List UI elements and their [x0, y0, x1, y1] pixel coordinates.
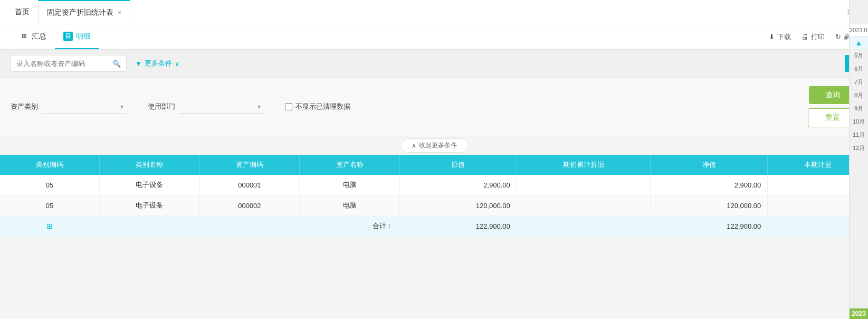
cell-category-code-2: 05 [0, 195, 99, 216]
download-label: 下载 [777, 32, 791, 42]
no-cleared-checkbox-item: 不显示已清理数据 [285, 102, 350, 111]
nav-home[interactable]: 首页 [6, 0, 38, 24]
col-asset-code: 资产编码 [199, 155, 300, 175]
total-accumulated [517, 216, 651, 237]
main-area: 🔍 ▼ 更多条件 ∨ › 资产类别 [0, 50, 868, 319]
department-filter: 使用部门 [148, 99, 264, 114]
cell-original-value-1: 2,900.00 [399, 175, 517, 195]
sub-tabs-bar: ⊞ 汇总 目 明细 ⬇ 下载 🖨 打印 ↻ 刷新 [0, 24, 868, 50]
department-select-wrap[interactable] [179, 99, 264, 114]
sidebar-month-5[interactable]: 5月 [850, 50, 868, 62]
total-icon-cell: ⊞ [0, 216, 99, 237]
download-icon: ⬇ [769, 33, 775, 41]
tab-detail[interactable]: 目 明细 [55, 24, 99, 49]
col-asset-name: 资产名称 [300, 155, 400, 175]
sidebar-month-8[interactable]: 8月 [850, 89, 868, 102]
data-table: 类别编码 类别名称 资产编码 资产名称 原值 期初累计折旧 净值 本期计提 05 [0, 155, 868, 237]
department-select[interactable] [179, 99, 264, 114]
col-accumulated-depreciation: 期初累计折旧 [517, 155, 651, 175]
detail-label: 明细 [76, 32, 91, 41]
tab-close-icon[interactable]: × [118, 9, 121, 16]
cell-asset-code-1: 000001 [199, 175, 300, 195]
print-icon: 🖨 [802, 33, 808, 41]
department-label: 使用部门 [148, 102, 175, 111]
total-net-value: 122,900.00 [651, 216, 768, 237]
cell-asset-name-1: 电脑 [300, 175, 400, 195]
chevron-up-icon: ∧ [412, 142, 416, 149]
tab-title: 固定资产折旧统计表 [47, 8, 113, 17]
detail-icon: 目 [63, 32, 73, 41]
asset-category-select[interactable] [42, 99, 127, 114]
sidebar-month-6[interactable]: 6月 [850, 62, 868, 76]
sidebar-month-11[interactable]: 11月 [850, 128, 868, 142]
table-wrap: 类别编码 类别名称 资产编码 资产名称 原值 期初累计折旧 净值 本期计提 05 [0, 155, 868, 319]
cell-category-name-1: 电子设备 [99, 175, 199, 195]
tab-summary[interactable]: ⊞ 汇总 [11, 24, 55, 49]
cell-net-value-2: 120,000.00 [651, 195, 768, 216]
asset-category-label: 资产类别 [11, 102, 38, 111]
filter-icon: ▼ [135, 60, 142, 68]
sidebar-year-badge: 2023 [850, 308, 868, 319]
toolbar-right: ⬇ 下载 🖨 打印 ↻ 刷新 [769, 32, 857, 42]
asset-category-select-wrap[interactable] [42, 99, 127, 114]
sidebar-month-9[interactable]: 9月 [850, 102, 868, 115]
asset-category-filter: 资产类别 [11, 99, 127, 114]
cell-asset-name-2: 电脑 [300, 195, 400, 216]
collapse-label: 收起更多条件 [419, 141, 457, 150]
search-input[interactable] [16, 60, 109, 68]
cell-accumulated-1 [517, 175, 651, 195]
sidebar-month-10[interactable]: 10月 [850, 115, 868, 128]
content-area: 🔍 ▼ 更多条件 ∨ › 资产类别 [0, 50, 868, 319]
col-net-value: 净值 [651, 155, 768, 175]
total-label: 合计： [99, 216, 399, 237]
no-cleared-label: 不显示已清理数据 [295, 102, 350, 111]
cell-net-value-1: 2,900.00 [651, 175, 768, 195]
summary-label: 汇总 [32, 32, 46, 41]
search-bar: 🔍 ▼ 更多条件 ∨ › [0, 50, 868, 78]
refresh-icon: ↻ [835, 33, 841, 41]
no-cleared-checkbox[interactable] [285, 103, 292, 110]
cell-original-value-2: 120,000.00 [399, 195, 517, 216]
collapse-row: ∧ 收起更多条件 [0, 136, 868, 155]
filter-panel: 资产类别 使用部门 [0, 78, 868, 136]
header-row: 类别编码 类别名称 资产编码 资产名称 原值 期初累计折旧 净值 本期计提 [0, 155, 868, 175]
cell-category-name-2: 电子设备 [99, 195, 199, 216]
chevron-down-icon: ∨ [175, 60, 180, 68]
cell-category-code-1: 05 [0, 175, 99, 195]
more-conditions-label: 更多条件 [145, 59, 172, 68]
more-conditions-button[interactable]: ▼ 更多条件 ∨ [135, 59, 180, 68]
table-row: 05 电子设备 000001 电脑 2,900.00 2,900.00 [0, 175, 868, 195]
table-row: 05 电子设备 000002 电脑 120,000.00 120,000.00 [0, 195, 868, 216]
total-original-value: 122,900.00 [399, 216, 517, 237]
print-label: 打印 [811, 32, 825, 42]
total-row: ⊞ 合计： 122,900.00 122,900.00 [0, 216, 868, 237]
search-input-wrap[interactable]: 🔍 [11, 55, 127, 72]
nav-tab-fixed-assets[interactable]: 固定资产折旧统计表 × [38, 0, 130, 24]
cell-accumulated-2 [517, 195, 651, 216]
table-header: 类别编码 类别名称 资产编码 资产名称 原值 期初累计折旧 净值 本期计提 [0, 155, 868, 175]
total-icon: ⊞ [46, 222, 53, 230]
right-sidebar: 2023.01 ▲ 5月 6月 7月 8月 9月 10月 11月 12月 202… [849, 50, 868, 319]
cell-asset-code-2: 000002 [199, 195, 300, 216]
download-button[interactable]: ⬇ 下载 [769, 32, 791, 42]
col-original-value: 原值 [399, 155, 517, 175]
sidebar-month-12[interactable]: 12月 [850, 142, 868, 155]
table-body: 05 电子设备 000001 电脑 2,900.00 2,900.00 05 电… [0, 175, 868, 237]
filter-row-1: 资产类别 使用部门 [11, 86, 857, 127]
col-category-name: 类别名称 [99, 155, 199, 175]
summary-icon: ⊞ [19, 32, 28, 41]
top-nav: 首页 固定资产折旧统计表 × ✕ [0, 0, 868, 24]
collapse-button[interactable]: ∧ 收起更多条件 [400, 138, 468, 153]
col-category-code: 类别编码 [0, 155, 99, 175]
search-icon: 🔍 [112, 60, 121, 68]
print-button[interactable]: 🖨 打印 [802, 32, 825, 42]
sidebar-month-7[interactable]: 7月 [850, 76, 868, 89]
